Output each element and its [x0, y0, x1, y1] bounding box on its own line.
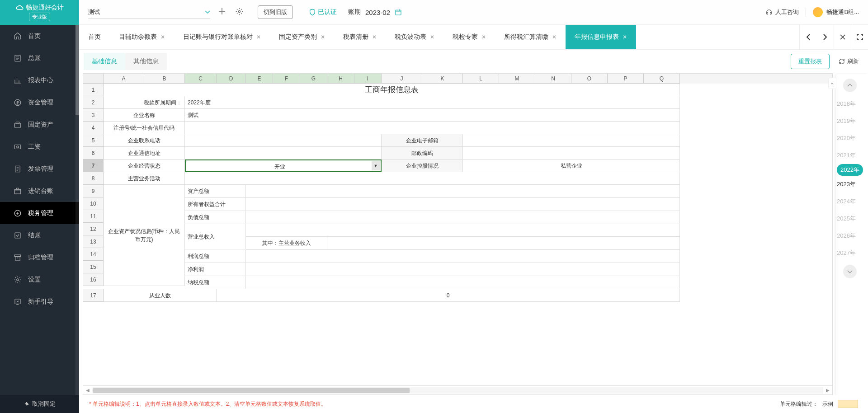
sidebar-item-guide[interactable]: 新手引导	[0, 291, 79, 313]
col-header-N[interactable]: N	[535, 74, 571, 84]
year-2024年[interactable]: 2024年	[837, 193, 863, 210]
total-assets-value[interactable]	[246, 185, 680, 198]
tab-5[interactable]: 税负波动表✕	[386, 25, 443, 49]
tabs-close[interactable]	[834, 25, 851, 49]
sidebar-item-tax[interactable]: 税务管理	[0, 202, 79, 224]
col-header-O[interactable]: O	[571, 74, 608, 84]
sidebar-scrollbar[interactable]	[75, 25, 79, 413]
row-header-2[interactable]: 2	[83, 96, 104, 109]
sidebar-item-chart[interactable]: 报表中心	[0, 69, 79, 91]
corner-cell[interactable]	[83, 74, 104, 84]
year-2027年[interactable]: 2027年	[837, 244, 863, 262]
reg-code-value[interactable]	[185, 122, 680, 134]
sidebar-item-close[interactable]: 结账	[0, 224, 79, 246]
col-header-B[interactable]: B	[144, 74, 185, 84]
employees-value[interactable]: 0	[217, 289, 680, 302]
tab-8[interactable]: 年报信息申报表✕	[566, 25, 636, 49]
tabs-next[interactable]	[816, 25, 834, 49]
gear-icon[interactable]	[236, 8, 243, 17]
tab-0[interactable]: 首页	[79, 25, 110, 49]
tab-3[interactable]: 固定资产类别✕	[270, 25, 334, 49]
col-header-F[interactable]: F	[273, 74, 300, 84]
year-2021年[interactable]: 2021年	[837, 147, 863, 164]
close-icon[interactable]: ✕	[160, 34, 165, 40]
revenue-value[interactable]	[246, 224, 680, 237]
row-header-15[interactable]: 15	[83, 261, 104, 273]
tabs-fullscreen[interactable]	[851, 25, 868, 49]
phone-value[interactable]	[185, 134, 382, 147]
period-value-cell[interactable]: 2022年度	[185, 96, 680, 109]
col-header-Q[interactable]: Q	[644, 74, 680, 84]
sidebar-item-settings[interactable]: 设置	[0, 268, 79, 291]
row-header-12[interactable]: 12	[83, 223, 104, 235]
row-header-11[interactable]: 11	[83, 210, 104, 223]
sidebar-item-invoice[interactable]: 发票管理	[0, 158, 79, 180]
col-header-G[interactable]: G	[300, 74, 327, 84]
row-header-1[interactable]: 1	[83, 84, 104, 96]
year-2026年[interactable]: 2026年	[837, 227, 863, 244]
close-icon[interactable]: ✕	[430, 34, 434, 40]
email-value[interactable]	[463, 134, 680, 147]
address-value[interactable]	[185, 147, 382, 160]
add-icon[interactable]	[218, 8, 226, 17]
year-2019年[interactable]: 2019年	[837, 113, 863, 130]
row-header-14[interactable]: 14	[83, 248, 104, 261]
main-revenue-value[interactable]	[327, 237, 680, 250]
col-header-C[interactable]: C	[185, 74, 217, 84]
year-up[interactable]	[843, 79, 857, 92]
hscroll-left[interactable]: ◀	[83, 388, 92, 393]
refresh-button[interactable]: 刷新	[839, 57, 859, 66]
col-header-H[interactable]: H	[327, 74, 354, 84]
row-header-3[interactable]: 3	[83, 109, 104, 122]
col-header-J[interactable]: J	[382, 74, 422, 84]
pin-toggle[interactable]: 取消固定	[0, 395, 79, 413]
holding-value[interactable]: 私营企业	[463, 160, 680, 172]
subtab-other[interactable]: 其他信息	[125, 53, 167, 70]
subtab-basic[interactable]: 基础信息	[84, 53, 125, 70]
col-header-E[interactable]: E	[246, 74, 273, 84]
col-header-D[interactable]: D	[217, 74, 246, 84]
sidebar-item-archive[interactable]: 归档管理	[0, 246, 79, 268]
liability-value[interactable]	[246, 211, 680, 224]
collapse-handle[interactable]: «	[828, 78, 836, 89]
hscroll-right[interactable]: ▶	[823, 388, 832, 393]
dropdown-icon[interactable]: ▼	[372, 161, 380, 170]
row-header-8[interactable]: 8	[83, 172, 104, 185]
row-header-16[interactable]: 16	[83, 273, 104, 286]
year-2018年[interactable]: 2018年	[837, 95, 863, 113]
row-header-9[interactable]: 9	[83, 185, 104, 197]
tab-1[interactable]: 目辅助余额表✕	[110, 25, 174, 49]
close-icon[interactable]: ✕	[623, 34, 627, 40]
tab-6[interactable]: 税检专家✕	[443, 25, 495, 49]
calendar-icon[interactable]	[395, 9, 402, 16]
col-header-I[interactable]: I	[354, 74, 382, 84]
col-header-L[interactable]: L	[463, 74, 499, 84]
year-down[interactable]	[843, 265, 857, 278]
status-value[interactable]: 开业▼	[185, 160, 382, 172]
org-selector[interactable]: 测试	[88, 6, 210, 19]
close-icon[interactable]: ✕	[481, 34, 486, 40]
main-biz-value[interactable]	[185, 172, 680, 185]
period-value[interactable]: 2023-02	[365, 9, 390, 16]
hscroll-track[interactable]	[92, 387, 823, 394]
row-header-13[interactable]: 13	[83, 235, 104, 248]
sidebar-item-asset[interactable]: 固定资产	[0, 113, 79, 136]
row-header-6[interactable]: 6	[83, 147, 104, 160]
year-2025年[interactable]: 2025年	[837, 210, 863, 227]
year-2023年[interactable]: 2023年	[837, 176, 863, 193]
tab-7[interactable]: 所得税汇算清缴✕	[495, 25, 566, 49]
consult-button[interactable]: 人工咨询	[765, 8, 799, 16]
profit-value[interactable]	[246, 250, 680, 263]
reset-button[interactable]: 重置报表	[791, 54, 830, 69]
switch-old-button[interactable]: 切到旧版	[258, 5, 293, 19]
netprofit-value[interactable]	[246, 263, 680, 276]
tab-4[interactable]: 税表清册✕	[334, 25, 386, 49]
row-header-10[interactable]: 10	[83, 197, 104, 210]
sidebar-item-salary[interactable]: 工资	[0, 136, 79, 158]
close-icon[interactable]: ✕	[256, 34, 261, 40]
tabs-prev[interactable]	[799, 25, 816, 49]
tax-value[interactable]	[246, 276, 680, 289]
row-header-7[interactable]: 7	[83, 160, 104, 172]
row-header-4[interactable]: 4	[83, 122, 104, 134]
user-menu[interactable]: 畅捷通B组...	[813, 7, 859, 17]
